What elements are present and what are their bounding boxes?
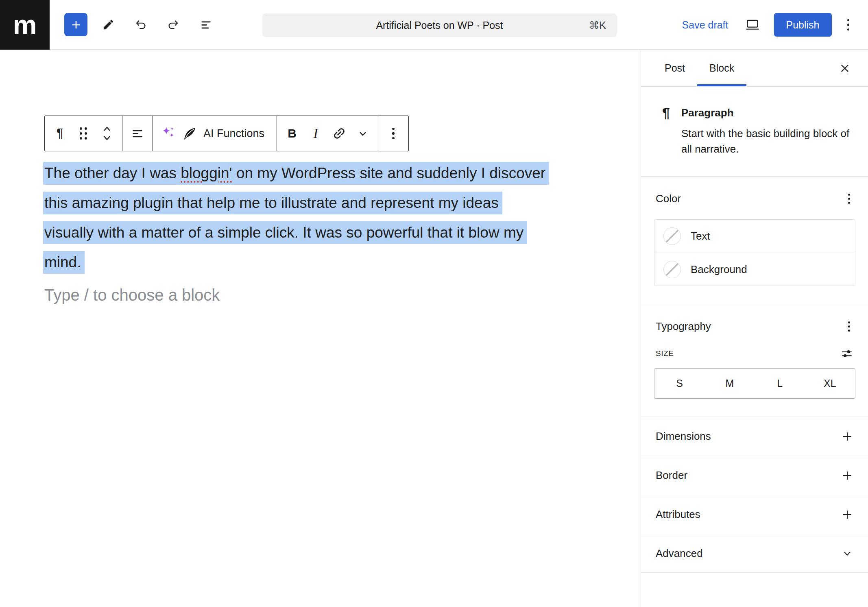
block-card-description: Start with the basic building block of a… bbox=[681, 126, 856, 157]
tab-block[interactable]: Block bbox=[697, 50, 746, 86]
site-logo-letter: m bbox=[13, 9, 37, 40]
typography-section-title: Typography bbox=[656, 320, 711, 333]
link-button[interactable] bbox=[327, 116, 351, 151]
text-color-control[interactable]: Text bbox=[654, 220, 855, 253]
panel-dimensions[interactable]: Dimensions bbox=[641, 417, 868, 456]
paragraph-line: this amazing plugin that help me to illu… bbox=[44, 188, 638, 218]
ai-functions-button[interactable]: AI Functions bbox=[180, 116, 273, 151]
color-section-header: Color bbox=[641, 177, 868, 207]
drag-dots-icon bbox=[80, 127, 87, 140]
paragraph-icon: ¶ bbox=[662, 105, 670, 157]
block-toolbar: ¶ bbox=[44, 116, 409, 151]
panel-border[interactable]: Border bbox=[641, 456, 868, 495]
italic-button[interactable]: I bbox=[304, 116, 327, 151]
kebab-dot bbox=[847, 28, 850, 31]
preview-button[interactable] bbox=[745, 18, 760, 32]
block-toolbar-group-format: B I bbox=[277, 116, 378, 151]
paragraph-block[interactable]: The other day I was bloggin' on my WordP… bbox=[44, 158, 638, 277]
paragraph-text: this amazing plugin that help me to illu… bbox=[43, 192, 502, 214]
panel-advanced[interactable]: Advanced bbox=[641, 534, 868, 573]
ai-functions-label: AI Functions bbox=[203, 127, 264, 140]
plus-icon bbox=[841, 509, 853, 521]
font-size-xlarge[interactable]: XL bbox=[805, 369, 855, 398]
close-icon bbox=[839, 63, 851, 74]
typography-options-button[interactable] bbox=[845, 318, 853, 335]
font-size-small[interactable]: S bbox=[654, 369, 704, 398]
block-inserter-button[interactable] bbox=[64, 13, 87, 36]
background-color-label: Background bbox=[691, 263, 747, 276]
no-color-swatch bbox=[663, 227, 681, 245]
align-button[interactable] bbox=[126, 116, 149, 151]
block-mover[interactable] bbox=[95, 116, 119, 151]
plus-icon bbox=[841, 469, 853, 482]
size-settings-button[interactable] bbox=[840, 347, 853, 360]
color-options-button[interactable] bbox=[845, 190, 853, 207]
close-sidebar-button[interactable] bbox=[834, 50, 856, 87]
site-logo[interactable]: m bbox=[0, 0, 50, 50]
laptop-icon bbox=[745, 18, 760, 32]
kebab-icon bbox=[388, 124, 399, 144]
header-actions: Save draft Publish bbox=[682, 0, 853, 50]
panel-dimensions-label: Dimensions bbox=[656, 430, 711, 443]
block-toolbar-group-align bbox=[122, 116, 153, 151]
panel-advanced-label: Advanced bbox=[656, 547, 703, 560]
block-card-title: Paragraph bbox=[681, 105, 856, 121]
text-color-label: Text bbox=[691, 230, 710, 242]
list-view-icon bbox=[199, 18, 213, 32]
typography-section-header: Typography bbox=[641, 304, 868, 335]
more-formats-button[interactable] bbox=[351, 116, 375, 151]
color-section: Color Text Background bbox=[641, 176, 868, 286]
move-up-down-icon bbox=[101, 122, 113, 145]
font-size-row: SIZE bbox=[641, 335, 868, 360]
panel-attributes[interactable]: Attributes bbox=[641, 495, 868, 534]
command-search-bar[interactable]: Artificial Poets on WP · Post ⌘K bbox=[262, 13, 617, 37]
block-toolbar-group-options bbox=[378, 116, 408, 151]
command-shortcut-hint: ⌘K bbox=[589, 13, 606, 37]
chevron-down-icon bbox=[841, 547, 853, 559]
font-size-large[interactable]: L bbox=[755, 369, 805, 398]
italic-icon: I bbox=[314, 126, 318, 141]
paragraph-text: The other day I was bbox=[44, 165, 181, 181]
block-card: ¶ Paragraph Start with the basic buildin… bbox=[641, 87, 868, 176]
save-draft-button[interactable]: Save draft bbox=[682, 19, 728, 31]
color-controls: Text Background bbox=[654, 219, 855, 286]
quill-icon bbox=[182, 126, 198, 141]
publish-button[interactable]: Publish bbox=[774, 13, 832, 37]
block-options-button[interactable] bbox=[382, 116, 405, 151]
background-color-control[interactable]: Background bbox=[654, 253, 855, 286]
edit-mode-button[interactable] bbox=[96, 13, 120, 37]
block-appender[interactable]: Type / to choose a block bbox=[44, 286, 220, 304]
misspelled-word: bloggin' bbox=[181, 165, 232, 181]
panel-border-label: Border bbox=[656, 469, 687, 482]
bold-button[interactable]: B bbox=[280, 116, 304, 151]
block-toolbar-group-main: ¶ bbox=[45, 116, 122, 151]
tab-post[interactable]: Post bbox=[652, 50, 697, 86]
drag-handle[interactable] bbox=[72, 116, 95, 151]
size-label: SIZE bbox=[656, 349, 674, 358]
undo-button[interactable] bbox=[129, 13, 153, 37]
options-menu-button[interactable] bbox=[843, 15, 854, 35]
sparkles-icon bbox=[160, 125, 176, 142]
no-color-swatch bbox=[663, 261, 681, 278]
plus-icon bbox=[70, 18, 83, 31]
editor-top-bar: m A bbox=[0, 0, 868, 50]
font-size-medium[interactable]: M bbox=[704, 369, 755, 398]
paragraph-icon: ¶ bbox=[57, 126, 63, 141]
ai-sparkle-button[interactable] bbox=[156, 116, 180, 151]
block-card-text: Paragraph Start with the basic building … bbox=[681, 105, 856, 157]
document-title: Artificial Poets on WP · Post bbox=[262, 13, 617, 37]
sidebar-tabs: Post Block bbox=[641, 50, 868, 87]
redo-button[interactable] bbox=[161, 13, 185, 37]
chevron-down-icon bbox=[357, 128, 369, 139]
undo-icon bbox=[134, 18, 148, 32]
color-section-title: Color bbox=[656, 192, 681, 205]
bold-icon: B bbox=[288, 127, 297, 140]
align-left-icon bbox=[131, 127, 144, 140]
block-type-button[interactable]: ¶ bbox=[48, 116, 72, 151]
panel-attributes-label: Attributes bbox=[656, 508, 700, 521]
plus-icon bbox=[841, 430, 853, 443]
redo-icon bbox=[166, 18, 180, 32]
pencil-icon bbox=[102, 18, 115, 31]
document-overview-button[interactable] bbox=[194, 13, 218, 37]
paragraph-text: on my WordPress site and suddenly I disc… bbox=[232, 165, 546, 181]
